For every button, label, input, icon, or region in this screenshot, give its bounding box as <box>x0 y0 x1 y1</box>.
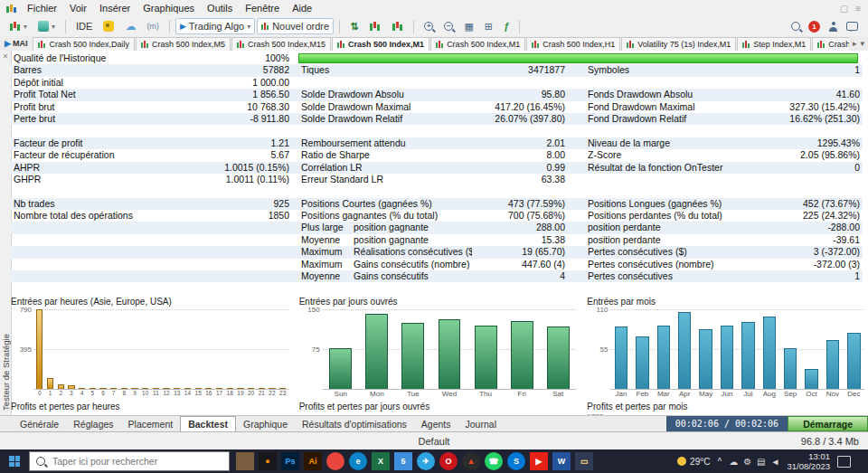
tray-icon[interactable]: ◄ <box>771 457 780 467</box>
stat-value: 1 <box>771 270 860 282</box>
tester-tab-graphique[interactable]: Graphique <box>236 416 295 431</box>
metatrader5-app[interactable]: 5 <box>394 452 412 470</box>
chart-tab-label: Crash 500 Index,Daily <box>49 40 129 49</box>
notification-center-icon[interactable] <box>837 456 851 468</box>
window-menu-icon[interactable]: ≡ <box>855 4 861 14</box>
youtube-app[interactable]: ▶ <box>530 452 548 470</box>
grid-button[interactable]: ▦ <box>459 18 477 35</box>
stat-value: 700 (75.68%) <box>472 210 565 222</box>
trading-algo-button[interactable]: ▶ Trading Algo ▾ <box>175 18 255 34</box>
bar <box>121 388 127 389</box>
profiles-button[interactable]: ▾ <box>33 18 60 34</box>
tray-icon[interactable]: ▤ <box>757 457 765 467</box>
close-icon[interactable]: × <box>0 52 11 61</box>
new-chart-button[interactable]: ▾ <box>5 18 32 34</box>
whatsapp-app[interactable]: ☎ <box>485 452 503 470</box>
report-row <box>11 125 863 137</box>
start-button[interactable]: Démarrage <box>788 416 868 431</box>
chat-icon[interactable] <box>846 22 858 31</box>
telegram-app[interactable]: ✈ <box>417 452 435 470</box>
x-axis-tick: 8 <box>119 390 130 399</box>
tab-strip-badge[interactable]: ▶ MAI <box>0 39 32 48</box>
fl-studio-app[interactable]: ● <box>259 452 277 470</box>
taskbar-search[interactable] <box>29 451 230 471</box>
backtest-report: Qualité de l'Historique100%Barres57882Ti… <box>11 52 863 282</box>
skype-app[interactable]: S <box>507 452 525 470</box>
metaeditor-button[interactable] <box>99 18 118 34</box>
new-order-button[interactable]: Nouvel ordre <box>257 18 334 34</box>
taskbar-clock[interactable]: 13:01 31/08/2023 <box>787 451 830 471</box>
chart-tab[interactable]: Crash 500 Index,Daily <box>33 37 135 51</box>
tester-tab-g-n-rale[interactable]: Générale <box>13 416 66 431</box>
candle-chart-button[interactable] <box>387 18 408 34</box>
stat-value: 1.0011 (0.11%) <box>192 174 289 185</box>
search-input[interactable] <box>51 455 208 468</box>
menu-item[interactable]: Fenêtre <box>239 2 286 14</box>
tester-tab-journal[interactable]: Journal <box>458 416 504 431</box>
report-row: Plus largeposition gagnante288.00positio… <box>11 222 863 233</box>
chart-tab[interactable]: Crash 500 Index,M5 <box>136 37 231 51</box>
illustrator-app[interactable]: Ai <box>304 452 322 470</box>
excel-app[interactable]: X <box>372 452 390 470</box>
tab-list-icon[interactable]: ▾ <box>860 39 864 48</box>
autotrade-arrows-button[interactable]: ⇅ <box>345 18 363 35</box>
mobile-button[interactable]: (m) <box>142 19 164 33</box>
play-icon: ▶ <box>5 39 11 48</box>
bar <box>365 314 388 389</box>
bar <box>329 348 352 389</box>
menu-item[interactable]: Insérer <box>93 2 137 14</box>
chart-tab-label: Crash 500 Index,M5 <box>152 40 225 49</box>
zoom-out-button[interactable]: − <box>439 19 458 33</box>
chrome-app[interactable] <box>326 452 344 470</box>
chart-tab[interactable]: Crash 500 Index,M1 <box>332 37 429 51</box>
tester-tab-placement[interactable]: Placement <box>121 416 181 431</box>
cloud-button[interactable]: ☁ <box>120 18 140 34</box>
chart-tab[interactable]: Crash 500 Index,M15 <box>231 37 331 51</box>
bar-chart-button[interactable] <box>364 18 385 34</box>
user-account-icon[interactable] <box>828 22 838 32</box>
report-row: Nombre total des opérations1850Positions… <box>11 210 863 222</box>
chart-tab[interactable]: Volatility 75 (1s) Index,M1 <box>621 37 736 51</box>
tester-tab-r-glages[interactable]: Réglages <box>66 416 120 431</box>
tray-icon[interactable]: ☁ <box>729 457 738 467</box>
menu-item[interactable]: Outils <box>201 2 239 14</box>
notification-badge[interactable]: 1 <box>808 21 820 33</box>
chevron-down-icon: ▾ <box>247 23 250 31</box>
x-axis-tick: Wed <box>431 390 467 399</box>
tester-tab-backtest[interactable]: Backtest <box>180 416 236 431</box>
search-icon[interactable] <box>791 22 800 31</box>
weather-widget[interactable]: 29°C <box>677 457 710 467</box>
chart-tab[interactable]: Crash 500 Index,M1 <box>430 37 525 51</box>
stat-label: Moyenneposition gagnante <box>298 234 472 246</box>
profile-name[interactable]: Default <box>0 436 868 447</box>
chart-tab[interactable]: Crash 500 Index,H1 <box>526 37 620 51</box>
chart-tab[interactable]: Step Index,M1 <box>737 37 811 51</box>
zoom-in-button[interactable]: + <box>420 19 438 33</box>
x-axis-tick: 10 <box>140 390 151 399</box>
edge-app[interactable]: e <box>349 452 367 470</box>
ide-button[interactable]: IDE <box>71 18 97 34</box>
tab-scroll-right-icon[interactable]: ▸ <box>853 39 857 48</box>
tray-icon[interactable]: ⚙ <box>743 457 751 467</box>
menu-item[interactable]: Voir <box>63 2 93 14</box>
menu-item[interactable]: Graphiques <box>137 2 201 14</box>
file-explorer-app[interactable]: ▭ <box>575 452 593 470</box>
brave-app[interactable]: ▲ <box>462 452 480 470</box>
tile-windows-button[interactable]: ⊞ <box>480 18 497 35</box>
tester-tab-agents[interactable]: Agents <box>414 416 458 431</box>
x-axis-tick: 9 <box>129 390 140 399</box>
indicators-button[interactable]: ƒ <box>499 18 514 34</box>
word-app[interactable]: W <box>552 452 571 470</box>
hidden-icons-chevron[interactable]: ^ <box>717 457 722 467</box>
menu-item[interactable]: Aide <box>286 2 318 14</box>
photoshop-app[interactable]: Ps <box>281 452 299 470</box>
tester-tab-r-sultats-d-optimisations[interactable]: Résultats d'optimisations <box>295 416 414 431</box>
start-menu-button[interactable] <box>0 449 29 473</box>
window-restore-icon[interactable]: ▢ <box>840 4 848 14</box>
x-axis-tick: Sun <box>323 390 359 399</box>
bar <box>205 388 212 389</box>
photos-app[interactable] <box>236 452 254 470</box>
opera-app[interactable]: O <box>439 452 458 470</box>
chart-tab[interactable]: Crash 500 Index,M1 <box>812 37 849 51</box>
menu-item[interactable]: Fichier <box>21 2 63 14</box>
